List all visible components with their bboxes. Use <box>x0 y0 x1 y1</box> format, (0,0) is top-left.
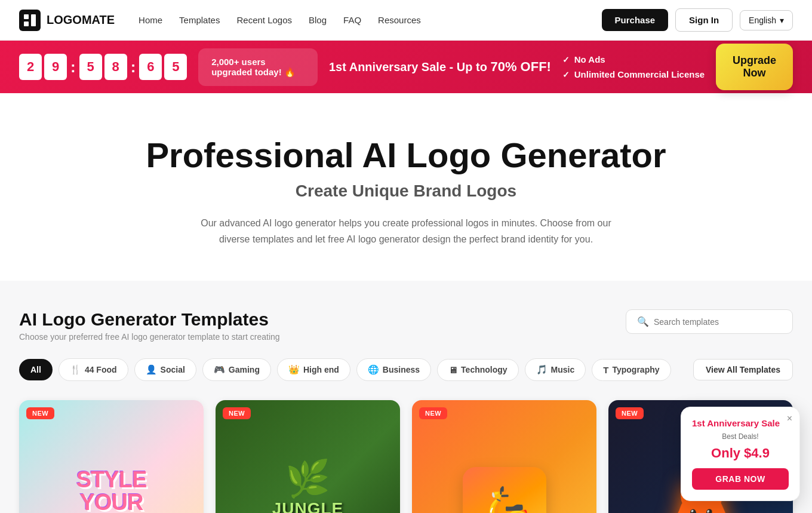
filter-technology[interactable]: 🖥 Technology <box>437 359 519 381</box>
language-label: English <box>749 16 776 25</box>
templates-title: AI Logo Generator Templates <box>19 309 280 330</box>
nav-templates[interactable]: Templates <box>179 15 220 25</box>
badge-new-2: NEW <box>223 407 251 419</box>
svg-rect-2 <box>24 21 29 26</box>
logo-text: LOGOMATE <box>47 13 115 27</box>
filter-typography-label: Typography <box>612 365 659 374</box>
upgrade-button[interactable]: UpgradeNow <box>716 44 793 90</box>
social-icon: 👤 <box>146 364 157 375</box>
filter-music[interactable]: 🎵 Music <box>525 358 586 381</box>
popup-title: 1st Anniversary Sale <box>692 418 789 429</box>
popup-price: Only $4.9 <box>692 446 789 461</box>
badge-new-1: NEW <box>26 407 54 419</box>
nav-faq[interactable]: FAQ <box>343 15 361 25</box>
filter-technology-label: Technology <box>461 365 508 374</box>
grab-now-button[interactable]: GRAB NOW <box>692 468 789 490</box>
business-icon: 🌐 <box>368 364 379 375</box>
template-card-3[interactable]: 🛵 NEW <box>412 400 596 513</box>
purchase-button[interactable]: Purchase <box>602 9 669 31</box>
banner-sale-text: 1st Anniversary Sale - Up to 70% OFF! <box>329 59 551 75</box>
check-icon-1: ✓ <box>562 55 570 64</box>
template-card-1[interactable]: STYLEYOURHAIR 💇 HAIR SALON NEW <box>19 400 204 513</box>
filter-food-label: 44 Food <box>85 365 117 374</box>
check-icon-2: ✓ <box>562 70 570 79</box>
navbar-right: Purchase Sign In English ▾ <box>602 8 793 32</box>
filter-social-label: Social <box>161 365 185 374</box>
view-all-button[interactable]: View All Templates <box>693 359 793 380</box>
badge-new-3: NEW <box>419 407 447 419</box>
filter-high-end[interactable]: 👑 High end <box>277 358 350 381</box>
navbar-left: LOGOMATE Home Templates Recent Logos Blo… <box>19 10 421 31</box>
feature-no-ads-label: No Ads <box>574 54 605 64</box>
filter-tabs: All 🍴 44 Food 👤 Social 🎮 Gaming 👑 High e… <box>19 358 793 381</box>
feature-commercial-label: Unlimited Commercial License <box>574 69 705 79</box>
template-card-2[interactable]: 🌿 JUNGLEJIVE 🌸🌼 NEW <box>216 400 400 513</box>
timer-digit-6: 5 <box>164 54 187 80</box>
timer-colon-2: : <box>130 58 137 76</box>
templates-subtitle: Choose your preferred free AI logo gener… <box>19 332 280 342</box>
timer-digit-3: 5 <box>79 54 102 80</box>
filter-high-end-label: High end <box>303 365 339 374</box>
feature-no-ads: ✓ No Ads <box>562 54 705 64</box>
hero-section: Professional AI Logo Generator Create Un… <box>0 93 812 281</box>
banner-sale-highlight: 70% OFF! <box>490 59 550 74</box>
timer-digit-1: 2 <box>19 54 42 80</box>
filter-typography[interactable]: T Typography <box>592 359 670 381</box>
svg-rect-1 <box>24 14 29 19</box>
templates-header: AI Logo Generator Templates Choose your … <box>19 309 793 342</box>
popup-close-button[interactable]: × <box>787 413 792 424</box>
timer-digit-5: 6 <box>139 54 162 80</box>
technology-icon: 🖥 <box>448 365 457 375</box>
nav-recent-logos[interactable]: Recent Logos <box>236 15 292 25</box>
feature-commercial: ✓ Unlimited Commercial License <box>562 69 705 79</box>
card-3-icon: 🛵 <box>478 483 531 513</box>
search-icon: 🔍 <box>637 316 649 327</box>
search-box[interactable]: 🔍 <box>626 309 793 334</box>
svg-rect-3 <box>31 14 36 26</box>
promo-banner: 2 9 : 5 8 : 6 5 2,000+ users upgraded to… <box>0 41 812 93</box>
nav-home[interactable]: Home <box>139 15 162 25</box>
hero-subtitle: Create Unique Brand Logos <box>19 182 793 201</box>
filter-business-label: Business <box>383 365 420 374</box>
gaming-icon: 🎮 <box>214 364 225 375</box>
music-icon: 🎵 <box>536 364 548 375</box>
hero-title: Professional AI Logo Generator <box>19 136 793 174</box>
signin-button[interactable]: Sign In <box>675 8 733 32</box>
chevron-down-icon: ▾ <box>780 16 784 25</box>
banner-sale-prefix: 1st Anniversary Sale - Up to <box>329 60 490 73</box>
countdown-timer: 2 9 : 5 8 : 6 5 <box>19 54 187 80</box>
banner-features: ✓ No Ads ✓ Unlimited Commercial License <box>562 54 705 79</box>
anniversary-popup: × 1st Anniversary Sale Best Deals! Only … <box>681 407 800 501</box>
timer-digit-4: 8 <box>104 54 127 80</box>
banner-users-text: 2,000+ users upgraded today! 🔥 <box>198 48 318 86</box>
timer-colon-1: : <box>69 58 77 76</box>
filter-gaming-label: Gaming <box>229 365 260 374</box>
timer-digit-2: 9 <box>44 54 67 80</box>
svg-rect-0 <box>19 10 41 31</box>
typography-icon: T <box>603 365 608 375</box>
nav-resources[interactable]: Resources <box>378 15 421 25</box>
templates-title-block: AI Logo Generator Templates Choose your … <box>19 309 280 342</box>
badge-new-4: NEW <box>616 407 644 419</box>
navbar: LOGOMATE Home Templates Recent Logos Blo… <box>0 0 812 41</box>
filter-food[interactable]: 🍴 44 Food <box>59 358 128 381</box>
high-end-icon: 👑 <box>288 364 300 375</box>
logo[interactable]: LOGOMATE <box>19 10 115 31</box>
food-icon: 🍴 <box>70 364 81 375</box>
hero-description: Our advanced AI logo generator helps you… <box>191 215 621 247</box>
filter-social[interactable]: 👤 Social <box>134 358 196 381</box>
filter-business[interactable]: 🌐 Business <box>356 358 431 381</box>
nav-blog[interactable]: Blog <box>309 15 327 25</box>
popup-subtitle: Best Deals! <box>692 432 789 441</box>
language-selector[interactable]: English ▾ <box>740 10 793 30</box>
search-input[interactable] <box>654 317 782 327</box>
template-grid: STYLEYOURHAIR 💇 HAIR SALON NEW 🌿 JUNGLEJ… <box>19 400 793 513</box>
filter-all[interactable]: All <box>19 359 53 380</box>
logo-icon <box>19 10 41 31</box>
nav-links: Home Templates Recent Logos Blog FAQ Res… <box>139 15 421 25</box>
filter-gaming[interactable]: 🎮 Gaming <box>202 358 271 381</box>
filter-music-label: Music <box>551 365 575 374</box>
